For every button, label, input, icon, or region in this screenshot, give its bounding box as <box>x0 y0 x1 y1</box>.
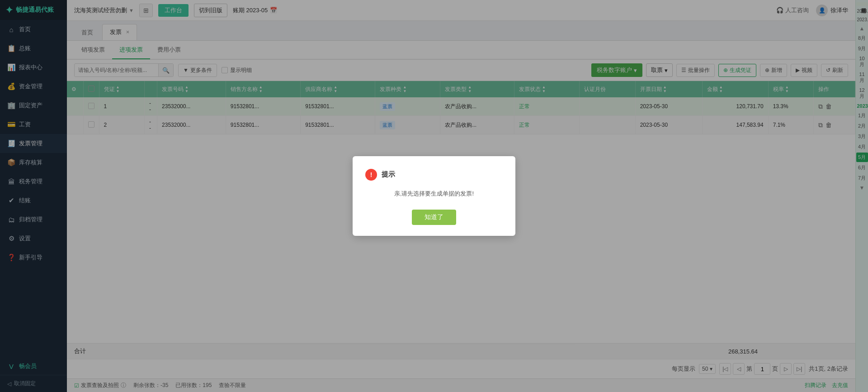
modal-ok-button[interactable]: 知道了 <box>412 210 456 225</box>
modal-title-row: ! 提示 <box>365 169 503 181</box>
modal-overlay: ! 提示 亲,请先选择要生成单据的发票! 知道了 <box>0 0 868 392</box>
modal-title: 提示 <box>382 170 395 179</box>
modal-box: ! 提示 亲,请先选择要生成单据的发票! 知道了 <box>353 156 515 236</box>
modal-footer: 知道了 <box>365 210 503 225</box>
modal-warning-icon: ! <box>365 169 377 181</box>
modal-body: 亲,请先选择要生成单据的发票! <box>365 189 503 199</box>
